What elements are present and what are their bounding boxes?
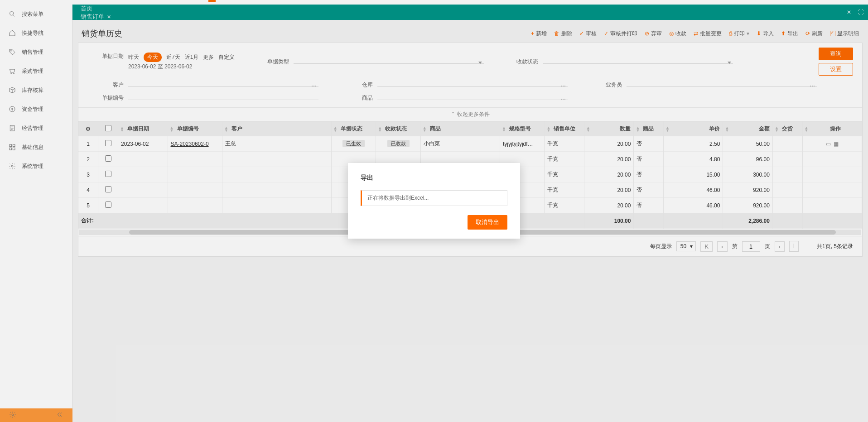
modal-title: 导出 <box>361 174 507 182</box>
export-modal: 导出 正在将数据导出到Excel... 取消导出 <box>348 163 520 239</box>
cancel-export-button[interactable]: 取消导出 <box>468 215 507 230</box>
modal-message: 正在将数据导出到Excel... <box>361 190 507 206</box>
